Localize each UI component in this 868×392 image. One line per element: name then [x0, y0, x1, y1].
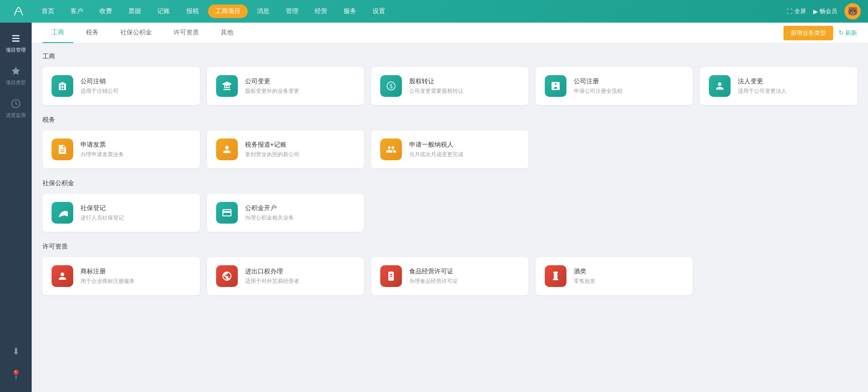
card-title: 申请发票 [80, 141, 191, 149]
nav-item-记账[interactable]: 记账 [150, 5, 177, 18]
top-navigation: 首页客户收费票据记账报税工商项目消息管理经营服务设置 ⛶ 全屏 ▶ 畅会员 🐻 [0, 0, 868, 23]
nav-item-报税[interactable]: 报税 [179, 5, 206, 18]
service-card-酒类[interactable]: 酒类零售批发 [536, 257, 693, 295]
content-area: 工商税务社保公积金许可资质其他 新增业务类型 ↻ 刷新 工商公司注销适用于注销公… [32, 23, 868, 392]
card-icon [380, 139, 402, 160]
member-label: 畅会员 [820, 7, 837, 15]
service-card-股权转让[interactable]: $股权转让公司变更需要股权转让 [371, 67, 528, 105]
service-card-法人变更[interactable]: 法人变更适用于公司变更法人 [700, 67, 857, 105]
service-card-公司变更[interactable]: 公司变更股权变更外的业务变更 [207, 67, 364, 105]
tab-工商[interactable]: 工商 [42, 23, 73, 43]
tab-actions: 新增业务类型 ↻ 刷新 [783, 26, 857, 40]
sidebar-label: 项目类型 [6, 79, 26, 86]
card-desc: 零售批发 [574, 277, 684, 285]
tab-许可资质[interactable]: 许可资质 [165, 23, 208, 43]
tab-bar: 工商税务社保公积金许可资质其他 新增业务类型 ↻ 刷新 [32, 23, 868, 43]
fullscreen-button[interactable]: ⛶ 全屏 [787, 7, 806, 15]
service-card-商标注册[interactable]: 商标注册用于企业商标注册服务 [42, 257, 200, 295]
tab-税务[interactable]: 税务 [77, 23, 108, 43]
card-icon [545, 265, 566, 287]
service-card-申请一般纳税人[interactable]: 申请一般纳税人当月或次月成变更完成 [371, 130, 528, 168]
nav-items: 首页客户收费票据记账报税工商项目消息管理经营服务设置 [34, 5, 787, 18]
nav-item-经营[interactable]: 经营 [307, 5, 335, 18]
service-card-公司注销[interactable]: 公司注销适用于注销公司 [42, 67, 200, 105]
scroll-content[interactable]: 工商公司注销适用于注销公司公司变更股权变更外的业务变更$股权转让公司变更需要股权… [32, 43, 868, 392]
nav-item-服务[interactable]: 服务 [336, 5, 363, 18]
refresh-label: 刷新 [845, 29, 857, 37]
service-card-公司注册[interactable]: 公司注册申请公司注册全流程 [536, 67, 693, 105]
card-icon [52, 139, 73, 160]
card-content: 酒类零售批发 [574, 268, 684, 285]
service-card-社保登记[interactable]: 社保登记进行人员社保登记 [42, 194, 200, 232]
nav-item-收费[interactable]: 收费 [92, 5, 119, 18]
service-card-申请发票[interactable]: 申请发票办理申请发票业务 [42, 130, 200, 168]
sidebar-label: 项目管理 [6, 47, 26, 53]
service-card-公积金开户[interactable]: 公积金开户办理公积金相关业务 [207, 194, 364, 232]
card-icon [216, 75, 238, 97]
section-title: 社保公积金 [42, 179, 857, 187]
nav-item-设置[interactable]: 设置 [365, 5, 392, 18]
card-title: 公司变更 [245, 77, 355, 86]
card-title: 社保登记 [80, 204, 191, 212]
fullscreen-icon: ⛶ [787, 8, 793, 15]
nav-item-首页[interactable]: 首页 [34, 5, 61, 18]
sidebar-bottom: ⬇📍 [10, 341, 22, 392]
service-card-进出口权办理[interactable]: 进出口权办理适用于对外贸易经营者 [207, 257, 364, 295]
section-社保公积金: 社保公积金社保登记进行人员社保登记公积金开户办理公积金相关业务 [42, 179, 857, 232]
sidebar-item-进度监测[interactable]: 进度监测 [0, 92, 32, 125]
card-icon [709, 75, 731, 97]
add-business-type-button[interactable]: 新增业务类型 [783, 26, 833, 40]
card-content: 法人变更适用于公司变更法人 [738, 77, 848, 95]
card-desc: 股权变更外的业务变更 [245, 87, 355, 95]
service-card-食品经营许可证[interactable]: 食品经营许可证办理食品经营许可证 [371, 257, 528, 295]
service-card-税务报道+记账[interactable]: 税务报道+记账拿到营业执照的新公司 [207, 130, 364, 168]
card-content: 税务报道+记账拿到营业执照的新公司 [245, 141, 355, 158]
tab-社保公积金[interactable]: 社保公积金 [111, 23, 161, 43]
card-icon: $ [380, 75, 402, 97]
card-desc: 用于企业商标注册服务 [80, 277, 191, 285]
card-icon [380, 265, 402, 287]
nav-item-票据[interactable]: 票据 [121, 5, 148, 18]
location-icon[interactable]: 📍 [10, 365, 22, 385]
card-content: 商标注册用于企业商标注册服务 [80, 268, 191, 285]
card-desc: 适用于注销公司 [80, 87, 191, 95]
tab-其他[interactable]: 其他 [212, 23, 242, 43]
card-desc: 申请公司注册全流程 [574, 87, 684, 95]
section-许可资质: 许可资质商标注册用于企业商标注册服务进出口权办理适用于对外贸易经营者食品经营许可… [42, 243, 857, 295]
download-icon[interactable]: ⬇ [10, 341, 22, 361]
card-desc: 适用于公司变更法人 [738, 87, 848, 95]
nav-item-消息[interactable]: 消息 [250, 5, 277, 18]
svg-rect-7 [554, 273, 557, 280]
card-title: 法人变更 [738, 77, 848, 86]
nav-item-客户[interactable]: 客户 [63, 5, 90, 18]
card-content: 公司变更股权变更外的业务变更 [245, 77, 355, 95]
card-desc: 办理申请发票业务 [80, 151, 191, 158]
svg-text:$: $ [390, 83, 393, 90]
card-title: 公司注销 [80, 77, 191, 86]
top-nav-right: ⛶ 全屏 ▶ 畅会员 🐻 [787, 3, 861, 19]
monitor-icon [11, 99, 21, 110]
card-icon [52, 75, 73, 97]
card-content: 公积金开户办理公积金相关业务 [245, 204, 355, 222]
sidebar-item-项目类型[interactable]: 项目类型 [0, 60, 32, 92]
card-title: 酒类 [574, 268, 684, 276]
card-grid: 申请发票办理申请发票业务税务报道+记账拿到营业执照的新公司申请一般纳税人当月或次… [42, 130, 857, 168]
svg-rect-8 [553, 279, 558, 280]
card-title: 进出口权办理 [245, 268, 355, 276]
card-icon [216, 265, 238, 287]
member-button[interactable]: ▶ 畅会员 [813, 7, 837, 15]
nav-item-管理[interactable]: 管理 [278, 5, 306, 18]
section-title: 工商 [42, 53, 857, 61]
card-grid: 公司注销适用于注销公司公司变更股权变更外的业务变更$股权转让公司变更需要股权转让… [42, 67, 857, 105]
nav-item-工商项目[interactable]: 工商项目 [208, 5, 248, 18]
avatar[interactable]: 🐻 [844, 3, 861, 19]
card-grid: 社保登记进行人员社保登记公积金开户办理公积金相关业务 [42, 194, 857, 232]
card-content: 股权转让公司变更需要股权转让 [409, 77, 519, 95]
sidebar-item-项目管理[interactable]: 项目管理 [0, 27, 32, 60]
refresh-button[interactable]: ↻ 刷新 [839, 29, 857, 37]
card-desc: 拿到营业执照的新公司 [245, 151, 355, 158]
card-desc: 办理食品经营许可证 [409, 277, 519, 285]
video-icon: ▶ [813, 8, 818, 15]
logo [7, 0, 30, 23]
card-content: 申请发票办理申请发票业务 [80, 141, 191, 158]
